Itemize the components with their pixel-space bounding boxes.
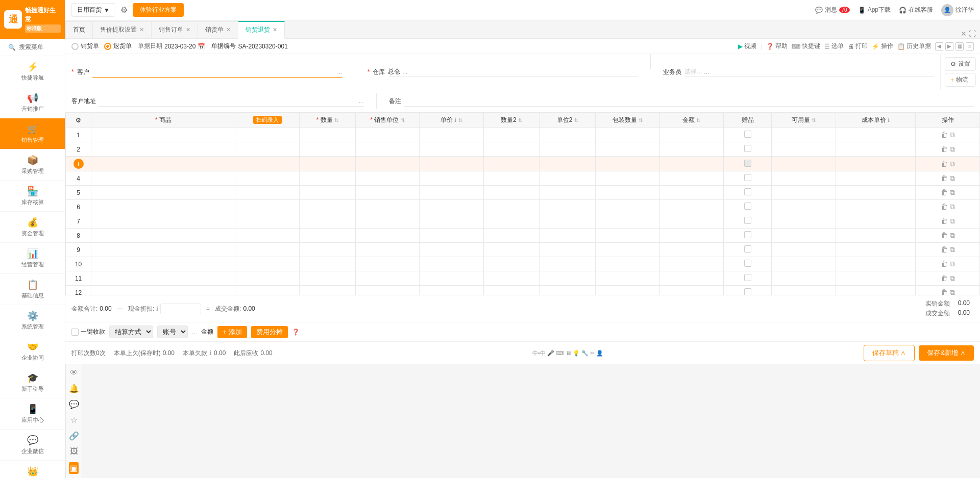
gift-checkbox[interactable] xyxy=(744,260,751,267)
copy-icon[interactable]: ⧉ xyxy=(950,145,955,154)
add-payment-btn[interactable]: + 添加 xyxy=(217,326,247,338)
sort-icon[interactable]: ⇅ xyxy=(696,117,700,123)
account-dots[interactable]: ... xyxy=(192,329,197,336)
gift-checkbox[interactable] xyxy=(744,217,751,224)
goods-cell[interactable] xyxy=(91,142,235,157)
sidebar-search[interactable]: 🔍 搜索菜单 xyxy=(0,39,65,56)
address-input[interactable] xyxy=(99,95,357,106)
available-cell[interactable] xyxy=(772,157,836,171)
user-info[interactable]: 👤 徐泽华 xyxy=(941,4,974,16)
delete-icon[interactable]: 🗑 xyxy=(941,245,948,254)
side-panel-chat-icon[interactable]: 💬 xyxy=(69,399,79,409)
tab-sales-order-close-icon[interactable]: ✕ xyxy=(186,27,190,33)
copy-icon[interactable]: ⧉ xyxy=(950,217,955,225)
cost-cell[interactable] xyxy=(836,128,916,142)
action-operations[interactable]: ⚡ 操作 xyxy=(872,42,893,51)
cost-cell[interactable] xyxy=(836,157,916,171)
logistics-btn[interactable]: + 物流 xyxy=(945,73,976,87)
customer-input[interactable] xyxy=(92,66,335,77)
gift-checkbox[interactable] xyxy=(744,160,751,167)
salesperson-dots[interactable]: ... xyxy=(704,68,709,76)
gift-checkbox[interactable] xyxy=(744,231,751,238)
delete-icon[interactable]: 🗑 xyxy=(941,231,948,240)
goods-input[interactable] xyxy=(93,159,233,169)
help-icon2[interactable]: ❓ xyxy=(292,329,300,336)
gift-checkbox[interactable] xyxy=(744,145,751,152)
copy-icon[interactable]: ⧉ xyxy=(950,274,955,283)
delete-icon[interactable]: 🗑 xyxy=(941,288,948,295)
th-settings[interactable]: ⚙ xyxy=(66,113,91,128)
radio-sale[interactable]: 销货单 xyxy=(71,42,99,51)
tab-close-all-icon[interactable]: ✕ xyxy=(961,30,967,38)
pack-qty-cell[interactable] xyxy=(596,128,659,142)
unit2-cell[interactable] xyxy=(540,142,596,157)
amount-cell[interactable] xyxy=(659,128,723,142)
amount-cell[interactable] xyxy=(659,157,723,171)
address-dots[interactable]: ... xyxy=(359,97,364,105)
industry-dropdown[interactable]: 日用百货 ▼ xyxy=(71,3,115,17)
unit-cell[interactable] xyxy=(355,157,419,171)
copy-icon[interactable]: ⧉ xyxy=(950,188,955,197)
payment-checkbox[interactable] xyxy=(71,329,79,336)
account-select[interactable]: 账号 xyxy=(157,325,188,338)
gift-checkbox[interactable] xyxy=(744,131,751,138)
warehouse-dots[interactable]: ... xyxy=(402,68,407,76)
calendar-icon[interactable]: 📅 xyxy=(198,43,205,50)
sidebar-item-purchase[interactable]: 📦 采购管理 xyxy=(0,149,65,181)
gift-checkbox[interactable] xyxy=(744,203,751,210)
sort-icon[interactable]: ⇅ xyxy=(518,117,522,123)
topbar-gear-icon[interactable]: ⚙ xyxy=(120,5,128,15)
sidebar-item-basic[interactable]: 📋 基础信息 xyxy=(0,274,65,305)
qty2-cell[interactable] xyxy=(483,142,540,157)
sidebar-item-wechat[interactable]: 💬 企业微信 xyxy=(0,430,65,461)
radio-return[interactable]: 退货单 xyxy=(104,42,132,51)
delete-icon[interactable]: 🗑 xyxy=(941,145,948,154)
delete-icon[interactable]: 🗑 xyxy=(941,260,948,268)
delete-icon[interactable]: 🗑 xyxy=(941,274,948,283)
qty2-cell[interactable] xyxy=(483,157,540,171)
price-cell[interactable] xyxy=(420,142,483,157)
unit2-cell[interactable] xyxy=(540,157,596,171)
list-view-btn[interactable]: ≡ xyxy=(966,42,974,51)
price-cell[interactable] xyxy=(420,157,483,171)
copy-icon[interactable]: ⧉ xyxy=(950,260,955,268)
side-panel-eye-icon[interactable]: 👁 xyxy=(70,368,78,378)
sidebar-item-inventory[interactable]: 🏪 库存核算 xyxy=(0,181,65,212)
qty-cell[interactable] xyxy=(299,128,355,142)
scan-btn[interactable]: 扫码录入 xyxy=(253,116,282,124)
fee-split-btn[interactable]: 费用分摊 xyxy=(251,326,288,338)
sort-icon[interactable]: ⇅ xyxy=(401,117,405,123)
discount-info-icon[interactable]: ℹ xyxy=(156,306,158,312)
grid-view-btn[interactable]: ▦ xyxy=(955,42,964,51)
sidebar-item-member[interactable]: 👑 畅会员 xyxy=(0,461,65,478)
sidebar-item-shortcuts[interactable]: ⚡ 快捷导航 xyxy=(0,56,65,87)
add-row-btn[interactable]: + xyxy=(74,159,84,169)
copy-icon[interactable]: ⧉ xyxy=(950,245,955,254)
action-history[interactable]: 📋 历史单据 xyxy=(897,42,931,51)
cash-discount-input[interactable] xyxy=(160,304,201,314)
goods-cell[interactable] xyxy=(91,128,235,142)
sidebar-item-finance[interactable]: 💰 资金管理 xyxy=(0,212,65,243)
sort-icon[interactable]: ⇅ xyxy=(574,117,578,123)
gift-checkbox[interactable] xyxy=(744,174,751,181)
price-info-icon[interactable]: ℹ xyxy=(454,117,456,123)
cost-info-icon[interactable]: ℹ xyxy=(888,117,890,123)
sidebar-item-system[interactable]: ⚙️ 系统管理 xyxy=(0,305,65,336)
delete-icon[interactable]: 🗑 xyxy=(941,188,948,197)
sort-icon[interactable]: ⇅ xyxy=(812,117,816,123)
available-cell[interactable] xyxy=(772,142,836,157)
save-draft-btn[interactable]: 保存草稿 ∧ xyxy=(864,345,915,361)
side-panel-active-icon[interactable]: ▣ xyxy=(69,462,79,474)
qty2-cell[interactable] xyxy=(483,128,540,142)
qty-cell[interactable] xyxy=(299,157,355,171)
unit-cell[interactable] xyxy=(355,142,419,157)
tab-sales-return-close-icon[interactable]: ✕ xyxy=(273,27,277,33)
copy-icon[interactable]: ⧉ xyxy=(950,231,955,240)
gift-checkbox[interactable] xyxy=(744,274,751,281)
customer-dots[interactable]: ... xyxy=(337,68,342,76)
sort-icon[interactable]: ⇅ xyxy=(639,117,643,123)
pack-qty-cell[interactable] xyxy=(596,157,659,171)
action-print[interactable]: 🖨 打印 xyxy=(848,42,868,51)
delete-icon[interactable]: 🗑 xyxy=(941,131,948,139)
nav-next-btn[interactable]: ▶ xyxy=(945,42,953,51)
